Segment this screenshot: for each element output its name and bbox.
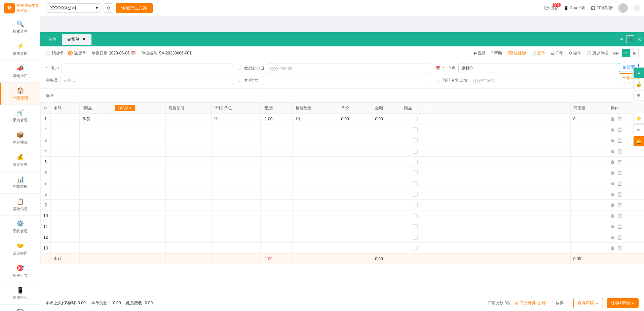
pkg-qty-cell[interactable] [293,232,338,243]
product-cell[interactable] [80,232,112,243]
unit-cell[interactable] [212,178,261,189]
print-btn[interactable]: 🖨 打印 [549,50,565,57]
delete-row-icon[interactable]: 🗑 [611,160,615,164]
copy-row-icon[interactable]: 📋 [617,246,622,250]
sidebar-item-search[interactable]: 🔍 搜索菜单 [0,16,40,38]
price-cell[interactable] [338,157,372,167]
qty-cell[interactable] [260,189,292,200]
barcode-cell[interactable] [51,167,80,178]
delete-row-icon[interactable]: 🗑 [611,138,615,143]
delete-row-icon[interactable]: 🗑 [611,170,615,175]
float-icon-5[interactable]: ⭐ [633,113,644,124]
spec-cell[interactable] [166,243,212,254]
customer-addr-more-icon[interactable]: … [436,78,440,83]
form-grid-view-btn[interactable]: ⊞ [631,49,639,57]
delete-row-icon[interactable]: 🗑 [611,213,615,218]
avatar[interactable] [618,3,628,13]
amount-cell[interactable] [372,232,401,243]
price-cell[interactable] [338,178,372,189]
spec-cell[interactable] [166,221,212,232]
delete-row-icon[interactable]: 🗑 [611,235,615,240]
delete-row-icon[interactable]: 🗑 [611,203,615,207]
gift-cell[interactable] [401,114,430,124]
copy-row-icon[interactable]: 📋 [617,213,622,218]
tab-close-icon[interactable]: ✕ [82,36,86,42]
radio-return[interactable]: 退货单 [68,50,86,56]
copy-row-icon[interactable]: 📋 [617,149,622,154]
spec-cell[interactable] [166,178,212,189]
unit-cell[interactable] [212,124,261,135]
spec-cell[interactable] [166,167,212,178]
delete-row-icon[interactable]: 🗑 [611,127,615,132]
price-cell[interactable]: 0.00 [338,114,372,124]
float-icon-1[interactable]: ≡ [633,67,644,78]
save-new-button[interactable]: 保存&新增 ▲ [607,298,639,308]
gift-cell[interactable] [401,200,430,210]
qty-cell[interactable] [260,167,292,178]
barcode-cell[interactable] [51,189,80,200]
price-cell[interactable] [338,221,372,232]
amount-cell[interactable] [372,167,401,178]
unit-cell[interactable]: 个 [212,114,261,124]
amount-cell[interactable] [372,146,401,157]
unit-cell[interactable] [212,232,261,243]
delete-row-icon[interactable]: 🗑 [611,224,615,229]
history-btn[interactable]: 🕐 历史单据 [585,50,610,57]
copy-row-icon[interactable]: 📋 [617,192,622,197]
spec-cell[interactable] [166,135,212,146]
gift-cell[interactable] [401,232,430,243]
amount-cell[interactable] [372,200,401,210]
qty-cell[interactable] [260,243,292,254]
price-cell[interactable] [338,124,372,135]
salesperson-more-icon[interactable]: … [237,78,241,83]
customer-addr-input[interactable] [263,76,432,85]
sidebar-item-base[interactable]: 📋 基础信息 [0,194,40,216]
float-icon-7[interactable]: 🔔 [633,136,644,147]
copy-row-icon[interactable]: 📋 [617,235,622,240]
spec-cell[interactable] [166,114,212,124]
pkg-qty-cell[interactable] [293,210,338,221]
barcode-cell[interactable] [51,221,80,232]
settings-button[interactable]: ⚙ [104,3,113,13]
gift-cell[interactable] [401,167,430,178]
product-cell[interactable] [80,146,112,157]
barcode-cell[interactable] [51,210,80,221]
spec-cell[interactable] [166,200,212,210]
unit-cell[interactable] [212,157,261,167]
barcode-cell[interactable] [51,146,80,157]
qty-cell[interactable] [260,221,292,232]
price-cell[interactable] [338,232,372,243]
gift-cell[interactable] [401,210,430,221]
pkg-qty-cell[interactable]: 1个 [293,114,338,124]
customer-more-icon[interactable]: … [237,66,241,71]
pkg-qty-cell[interactable] [293,135,338,146]
product-cell[interactable] [80,157,112,167]
select-order-btn[interactable]: 📄 选单 [530,50,546,57]
copy-row-icon[interactable]: 📋 [617,160,622,164]
sidebar-item-operation[interactable]: 📊 经营管理 [0,171,40,194]
next-icon[interactable]: ▶ [616,51,619,55]
company-selector[interactable]: XXXXXX公司 ▾ [47,3,101,13]
scan-input-btn[interactable]: 扫码录入 [115,105,135,111]
pkg-qty-cell[interactable] [293,124,338,135]
qty-cell[interactable] [260,178,292,189]
product-cell[interactable]: 拣货 [80,114,112,124]
copy-row-icon[interactable]: 📋 [617,117,622,121]
unit-cell[interactable] [212,189,261,200]
price-cell[interactable] [338,135,372,146]
spec-cell[interactable] [166,210,212,221]
unit-cell[interactable] [212,243,261,254]
spec-cell[interactable] [166,157,212,167]
qty-cell[interactable] [260,124,292,135]
qty-cell[interactable] [260,146,292,157]
pkg-qty-cell[interactable] [293,157,338,167]
operations-btn[interactable]: ⚙ 操作 [567,50,582,57]
delete-row-icon[interactable]: 🗑 [611,192,615,197]
qty-cell[interactable] [260,135,292,146]
barcode-cell[interactable] [51,178,80,189]
delete-row-icon[interactable]: 🗑 [611,181,615,186]
gift-cell[interactable] [401,124,430,135]
barcode-cell[interactable] [51,200,80,210]
warehouse-input[interactable]: 建材仓 [458,64,631,73]
sidebar-item-finance[interactable]: 💰 资金管理 [0,149,40,171]
